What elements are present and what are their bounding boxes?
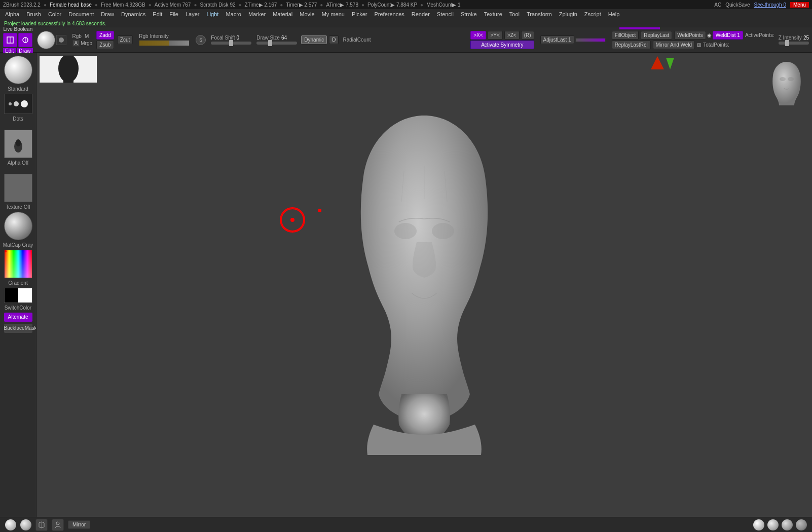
menu-dynamics[interactable]: Dynamics	[118, 10, 149, 18]
texture-off-label[interactable]: Texture Off	[6, 204, 30, 210]
menu-draw[interactable]: Draw	[98, 10, 117, 18]
seethrough-btn[interactable]: See-through 0	[754, 2, 786, 8]
alpha-off-label[interactable]: Alpha Off	[8, 160, 29, 166]
menu-macro[interactable]: Macro	[223, 10, 244, 18]
s-label: S	[199, 37, 202, 43]
menu-render[interactable]: Render	[409, 10, 433, 18]
menu-alpha[interactable]: Alpha	[2, 10, 22, 18]
bottom-sphere-6[interactable]	[796, 519, 807, 530]
zcut-btn[interactable]: Zcut	[117, 35, 133, 44]
menu-brush[interactable]: Brush	[23, 10, 44, 18]
weld-points-btn[interactable]: WeldPoints	[674, 31, 706, 40]
alpha-preview[interactable]	[4, 130, 32, 158]
texture-preview[interactable]	[4, 174, 32, 202]
draw-mode-btn[interactable]	[18, 33, 32, 47]
replay-last-rel-btn[interactable]: ReplayLastRel	[612, 41, 651, 49]
svg-rect-9	[63, 79, 73, 83]
menu-color[interactable]: Color	[45, 10, 64, 18]
free-mem: Free Mem 4.928GB	[101, 2, 145, 8]
brush-preview[interactable]	[4, 56, 32, 84]
canvas-area[interactable]	[36, 53, 812, 517]
expand-icon[interactable]: ⊞	[697, 42, 701, 48]
switch-color-label[interactable]: SwitchColor	[5, 305, 31, 311]
meshcount: MeshCount▶ 1	[426, 2, 460, 8]
bottom-sphere-5[interactable]	[782, 519, 793, 530]
menu-file[interactable]: File	[166, 10, 181, 18]
menu-btn[interactable]: Menu	[790, 2, 809, 8]
menu-bar: Alpha Brush Color Document Draw Dynamics…	[0, 9, 812, 19]
menu-stroke[interactable]: Stroke	[458, 10, 480, 18]
menu-zplugin[interactable]: Zplugin	[556, 10, 580, 18]
r-symmetry-btn[interactable]: (R)	[521, 31, 534, 40]
matcap-preview[interactable]	[4, 212, 32, 240]
menu-material[interactable]: Material	[270, 10, 296, 18]
bottom-sphere-1[interactable]	[5, 519, 16, 530]
menu-zscript[interactable]: Zscript	[581, 10, 604, 18]
menu-picker[interactable]: Picker	[349, 10, 371, 18]
menu-edit[interactable]: Edit	[150, 10, 165, 18]
bottom-sphere-4[interactable]	[767, 519, 779, 530]
nav-arrows	[650, 55, 675, 70]
draw-size-slider[interactable]	[256, 42, 297, 45]
top-bar: ZBrush 2023.2.2 ● Female head base ● Fre…	[0, 0, 812, 9]
bottom-sphere-3[interactable]	[753, 519, 764, 530]
menu-preferences[interactable]: Preferences	[371, 10, 407, 18]
edit-mode-btn[interactable]	[3, 33, 17, 47]
bottom-cube-icon[interactable]	[35, 519, 48, 531]
matcap-label[interactable]: MatCap Gray	[3, 242, 33, 248]
menu-movie[interactable]: Movie	[297, 10, 317, 18]
zsub-btn[interactable]: Zsub	[96, 41, 114, 49]
dots-preview[interactable]	[4, 94, 32, 114]
menu-layer[interactable]: Layer	[182, 10, 203, 18]
bottom-sphere-2[interactable]	[20, 519, 31, 530]
x-symmetry-btn[interactable]: >X<	[470, 31, 486, 40]
ac-label: AC	[714, 2, 721, 8]
quicksave-btn[interactable]: QuickSave	[725, 2, 750, 8]
gradient-preview[interactable]	[4, 288, 32, 303]
s-circle-btn[interactable]: S	[196, 35, 206, 45]
activate-symmetry-btn[interactable]: Activate Symmetry	[470, 41, 534, 49]
rgb-intensity-label: Rgb Intensity	[139, 33, 168, 39]
backface-mask-btn[interactable]: BackfaceMask	[4, 324, 32, 333]
transform-icon[interactable]	[56, 35, 66, 45]
total-points-label: TotalPoints:	[703, 42, 729, 48]
menu-tool[interactable]: Tool	[506, 10, 523, 18]
menu-stencil[interactable]: Stencil	[434, 10, 457, 18]
thumbnail-preview[interactable]	[39, 55, 97, 83]
mirror-and-weld-btn[interactable]: Mirror And Weld	[653, 41, 695, 49]
menu-transform[interactable]: Transform	[524, 10, 555, 18]
z-intensity-slider[interactable]	[779, 42, 809, 45]
app-name: ZBrush 2023.2.2	[3, 2, 41, 8]
fill-object-btn[interactable]: FillObject	[612, 31, 639, 40]
replay-last-btn[interactable]: ReplayLast	[641, 31, 672, 40]
brush-sphere-icon[interactable]	[37, 31, 55, 49]
focal-shift-slider[interactable]	[211, 42, 251, 45]
mrgb-label: Mrgb	[81, 41, 92, 46]
menu-texture[interactable]: Texture	[481, 10, 505, 18]
mini-head-view[interactable]	[766, 58, 807, 108]
menu-mymenu[interactable]: My menu	[319, 10, 348, 18]
menu-document[interactable]: Document	[65, 10, 97, 18]
z-symmetry-btn[interactable]: >Z<	[504, 31, 520, 40]
alternate-btn[interactable]: Alternate	[4, 313, 32, 322]
svg-point-18	[788, 77, 794, 81]
dynamic-btn[interactable]: Dynamic	[301, 35, 327, 44]
a-btn[interactable]: A	[72, 40, 80, 47]
weld-dist-btn[interactable]: WeldDist 1	[713, 31, 743, 40]
svg-point-4	[59, 37, 64, 43]
menu-light[interactable]: Light	[204, 10, 222, 18]
radio-circle-btn[interactable]: ◉	[707, 32, 712, 38]
mirror-btn[interactable]: Mirror	[68, 520, 90, 529]
zadd-btn[interactable]: Zadd	[96, 31, 114, 40]
gradient-label[interactable]: Gradient	[8, 280, 27, 286]
d-btn[interactable]: D	[329, 35, 339, 44]
y-symmetry-btn[interactable]: >Y<	[488, 31, 503, 40]
bottom-person-icon[interactable]	[52, 519, 64, 531]
dots-label[interactable]: Dots	[13, 116, 23, 122]
adjust-last-btn[interactable]: AdjustLast 1	[540, 35, 574, 44]
toolbar-row: Live Boolean Edit Draw Rgb M A	[0, 27, 812, 53]
menu-help[interactable]: Help	[605, 10, 623, 18]
color-swatch[interactable]	[4, 250, 32, 278]
standard-label[interactable]: Standard	[8, 86, 28, 92]
menu-marker[interactable]: Marker	[245, 10, 269, 18]
